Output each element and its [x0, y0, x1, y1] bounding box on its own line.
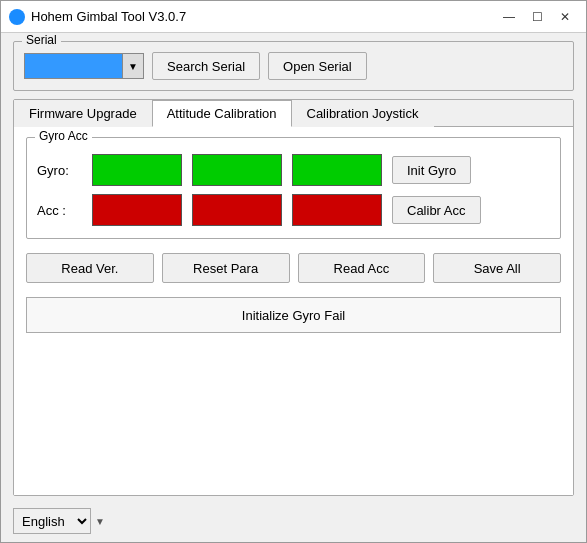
app-icon	[9, 9, 25, 25]
serial-row: ▼ Search Serial Open Serial	[24, 52, 563, 80]
acc-indicator-3	[292, 194, 382, 226]
read-acc-button[interactable]: Read Acc	[298, 253, 426, 283]
maximize-button[interactable]: ☐	[524, 7, 550, 27]
open-serial-button[interactable]: Open Serial	[268, 52, 367, 80]
serial-select-wrapper: ▼	[24, 53, 144, 79]
gyro-acc-group: Gyro Acc Gyro: Init Gyro Acc :	[26, 137, 561, 239]
serial-dropdown[interactable]	[24, 53, 144, 79]
gyro-label: Gyro:	[37, 163, 82, 178]
reset-para-button[interactable]: Reset Para	[162, 253, 290, 283]
acc-indicator-2	[192, 194, 282, 226]
tabs-container: Firmware Upgrade Attitude Calibration Ca…	[13, 99, 574, 496]
action-row: Read Ver. Reset Para Read Acc Save All	[26, 253, 561, 283]
save-all-button[interactable]: Save All	[433, 253, 561, 283]
gyro-indicator-3	[292, 154, 382, 186]
close-button[interactable]: ✕	[552, 7, 578, 27]
calibr-acc-button[interactable]: Calibr Acc	[392, 196, 481, 224]
gyro-acc-group-label: Gyro Acc	[35, 129, 92, 143]
tab-content-attitude: Gyro Acc Gyro: Init Gyro Acc :	[14, 127, 573, 495]
serial-group: Serial ▼ Search Serial Open Serial	[13, 41, 574, 91]
main-window: Hohem Gimbal Tool V3.0.7 — ☐ ✕ Serial ▼ …	[0, 0, 587, 543]
gyro-row: Gyro: Init Gyro	[37, 154, 550, 186]
status-message: Initialize Gyro Fail	[242, 308, 345, 323]
serial-group-label: Serial	[22, 33, 61, 47]
gyro-indicator-2	[192, 154, 282, 186]
search-serial-button[interactable]: Search Serial	[152, 52, 260, 80]
titlebar: Hohem Gimbal Tool V3.0.7 — ☐ ✕	[1, 1, 586, 33]
tab-joystick[interactable]: Calibration Joystick	[292, 100, 434, 127]
tab-firmware[interactable]: Firmware Upgrade	[14, 100, 152, 127]
language-dropdown[interactable]: English Chinese	[13, 508, 91, 534]
window-title: Hohem Gimbal Tool V3.0.7	[31, 9, 496, 24]
acc-row: Acc : Calibr Acc	[37, 194, 550, 226]
acc-indicator-1	[92, 194, 182, 226]
acc-label: Acc :	[37, 203, 82, 218]
tabs-header: Firmware Upgrade Attitude Calibration Ca…	[14, 100, 573, 127]
init-gyro-button[interactable]: Init Gyro	[392, 156, 471, 184]
minimize-button[interactable]: —	[496, 7, 522, 27]
tab-attitude[interactable]: Attitude Calibration	[152, 100, 292, 127]
main-content: Serial ▼ Search Serial Open Serial Firmw…	[1, 33, 586, 504]
gyro-indicator-1	[92, 154, 182, 186]
footer: English Chinese ▼	[1, 504, 586, 542]
window-controls: — ☐ ✕	[496, 7, 578, 27]
read-ver-button[interactable]: Read Ver.	[26, 253, 154, 283]
language-dropdown-arrow-icon: ▼	[95, 516, 105, 527]
status-bar: Initialize Gyro Fail	[26, 297, 561, 333]
